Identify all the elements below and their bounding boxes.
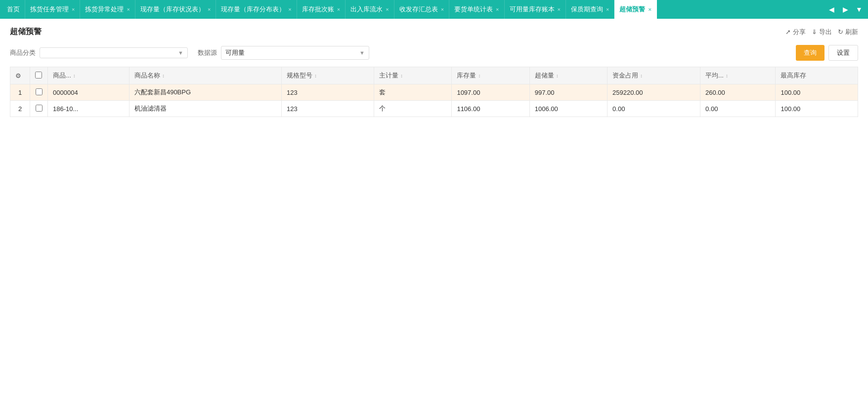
- sort-icon: ↕: [556, 73, 559, 79]
- cell-name: 六配套新昌490BPG: [129, 84, 281, 101]
- cell-stock: 1097.00: [452, 84, 529, 101]
- top-navigation: 首页 拣货任务管理 × 拣货异常处理 × 现存量（库存状况表） × 现存量（库存…: [0, 0, 868, 19]
- cell-overstock: 1006.00: [529, 101, 607, 117]
- nav-item-batch[interactable]: 库存批次账 ×: [297, 0, 346, 19]
- cell-name: 机油滤清器: [129, 101, 281, 117]
- close-icon[interactable]: ×: [441, 6, 444, 12]
- close-icon[interactable]: ×: [496, 6, 499, 12]
- refresh-button[interactable]: ↻ 刷新: [838, 28, 858, 37]
- query-button[interactable]: 查询: [796, 45, 825, 61]
- cell-avg: 260.00: [700, 84, 776, 101]
- close-icon[interactable]: ×: [208, 6, 211, 12]
- nav-item-expiry[interactable]: 保质期查询 ×: [566, 0, 614, 19]
- datasource-filter: 数据源 可用量 ▼: [198, 46, 369, 60]
- close-icon[interactable]: ×: [386, 6, 389, 12]
- page-content: 超储预警 ➚ 分享 ⇓ 导出 ↻ 刷新 商品分类 ▼ 数据源: [0, 19, 868, 395]
- nav-arrows: ◀ ▶ ▼: [825, 0, 866, 19]
- chevron-down-icon: ▼: [359, 50, 365, 56]
- datasource-select-value: 可用量: [225, 48, 245, 57]
- sort-icon: ↕: [314, 73, 317, 79]
- sort-icon: ↕: [726, 73, 728, 79]
- th-unit[interactable]: 主计量 ↕: [374, 67, 452, 84]
- close-icon[interactable]: ×: [127, 6, 130, 12]
- close-icon[interactable]: ×: [72, 6, 75, 12]
- nav-item-exception[interactable]: 拣货异常处理 ×: [80, 0, 135, 19]
- row-number: 1: [10, 84, 30, 101]
- data-table: ⚙ 商品... ↕ 商品名称 ↕: [10, 67, 858, 117]
- nav-item-flow[interactable]: 出入库流水 ×: [346, 0, 394, 19]
- th-maxstock: 最高库存: [776, 67, 858, 84]
- row-checkbox-cell: [30, 101, 48, 117]
- action-buttons: 查询 设置: [796, 45, 858, 61]
- th-capital[interactable]: 资金占用 ↕: [608, 67, 700, 84]
- nav-next-button[interactable]: ▶: [838, 0, 852, 19]
- th-spec[interactable]: 规格型号 ↕: [282, 67, 374, 84]
- nav-prev-button[interactable]: ◀: [825, 0, 838, 19]
- th-settings: ⚙: [10, 67, 30, 84]
- th-stock[interactable]: 库存量 ↕: [452, 67, 529, 84]
- nav-item-task[interactable]: 拣货任务管理 ×: [25, 0, 80, 19]
- export-button[interactable]: ⇓ 导出: [812, 28, 832, 37]
- cell-capital: 259220.00: [608, 84, 700, 101]
- sort-icon: ↕: [162, 73, 165, 79]
- nav-item-avail-stock[interactable]: 可用量库存账本 ×: [505, 0, 566, 19]
- cell-code: 186-10...: [48, 101, 130, 117]
- cell-spec: 123: [282, 101, 374, 117]
- nav-item-home[interactable]: 首页: [2, 0, 25, 19]
- category-label: 商品分类: [10, 48, 36, 57]
- page-title: 超储预警: [10, 27, 42, 37]
- cell-capital: 0.00: [608, 101, 700, 117]
- row-checkbox[interactable]: [36, 88, 43, 95]
- cell-unit: 套: [374, 84, 452, 101]
- chevron-down-icon: ▼: [178, 50, 183, 56]
- sort-icon: ↕: [73, 73, 76, 79]
- export-icon: ⇓: [812, 28, 817, 36]
- th-avg[interactable]: 平均... ↕: [700, 67, 776, 84]
- cell-maxstock: 100.00: [776, 101, 858, 117]
- close-icon[interactable]: ×: [337, 6, 340, 12]
- sort-icon: ↕: [640, 73, 643, 79]
- close-icon[interactable]: ×: [288, 6, 291, 12]
- sort-icon: ↕: [478, 73, 480, 79]
- nav-item-order-stat[interactable]: 要货单统计表 ×: [449, 0, 504, 19]
- refresh-icon: ↻: [838, 28, 843, 36]
- table-header-row: ⚙ 商品... ↕ 商品名称 ↕: [10, 67, 858, 84]
- datasource-select[interactable]: 可用量 ▼: [221, 46, 369, 60]
- th-overstock[interactable]: 超储量 ↕: [529, 67, 607, 84]
- category-filter: 商品分类 ▼: [10, 47, 188, 58]
- settings-button[interactable]: 设置: [828, 45, 858, 61]
- cell-maxstock: 100.00: [776, 84, 858, 101]
- nav-item-stock-dist[interactable]: 现存量（库存分布表） ×: [216, 0, 297, 19]
- settings-icon[interactable]: ⚙: [15, 72, 21, 79]
- close-icon[interactable]: ×: [606, 6, 609, 12]
- share-icon: ➚: [785, 28, 791, 36]
- close-icon[interactable]: ×: [558, 6, 561, 12]
- share-button[interactable]: ➚ 分享: [785, 28, 806, 37]
- nav-item-overstock[interactable]: 超储预警 ×: [614, 0, 656, 19]
- datasource-label: 数据源: [198, 48, 217, 57]
- row-number: 2: [10, 101, 30, 117]
- table-row: 1 0000004 六配套新昌490BPG 123 套 1097.00 997.…: [10, 84, 858, 101]
- close-icon[interactable]: ×: [648, 6, 651, 12]
- sort-icon: ↕: [400, 73, 403, 79]
- row-checkbox-cell: [30, 84, 48, 101]
- header-actions: ➚ 分享 ⇓ 导出 ↻ 刷新: [785, 28, 858, 37]
- filter-row: 商品分类 ▼ 数据源 可用量 ▼ 查询 设置: [10, 45, 858, 61]
- cell-code: 0000004: [48, 84, 130, 101]
- cell-avg: 0.00: [700, 101, 776, 117]
- nav-more-button[interactable]: ▼: [852, 0, 866, 19]
- cell-stock: 1106.00: [452, 101, 529, 117]
- table-row: 2 186-10... 机油滤清器 123 个 1106.00 1006.00 …: [10, 101, 858, 117]
- th-name[interactable]: 商品名称 ↕: [129, 67, 281, 84]
- cell-overstock: 997.00: [529, 84, 607, 101]
- nav-item-stock-status[interactable]: 现存量（库存状况表） ×: [135, 0, 216, 19]
- category-select[interactable]: ▼: [40, 47, 188, 58]
- th-checkbox: [30, 67, 48, 84]
- cell-spec: 123: [282, 84, 374, 101]
- cell-unit: 个: [374, 101, 452, 117]
- row-checkbox[interactable]: [36, 105, 43, 112]
- nav-item-summary[interactable]: 收发存汇总表 ×: [394, 0, 449, 19]
- page-header: 超储预警 ➚ 分享 ⇓ 导出 ↻ 刷新: [10, 27, 858, 37]
- select-all-checkbox[interactable]: [35, 72, 42, 79]
- th-code[interactable]: 商品... ↕: [48, 67, 130, 84]
